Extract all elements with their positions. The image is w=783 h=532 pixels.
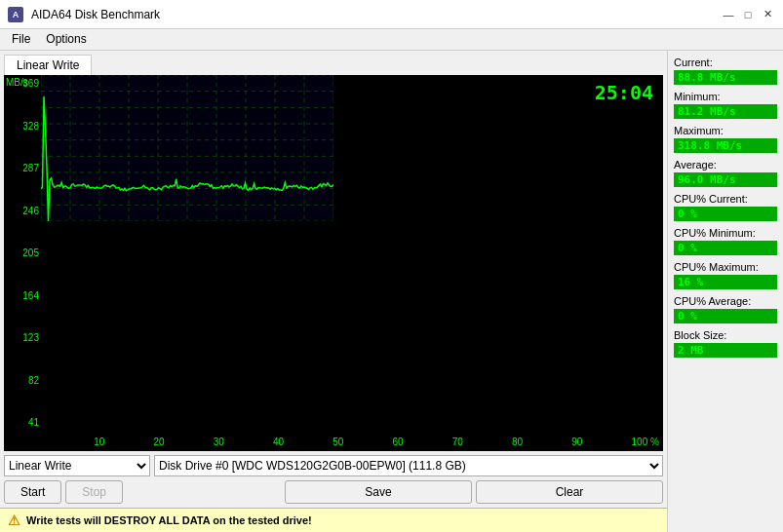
minimize-button[interactable]: —	[721, 7, 736, 22]
main-layout: Linear Write MB/s 369 328 287 246 205 16…	[0, 51, 783, 532]
title-bar: A AIDA64 Disk Benchmark — □ ✕	[0, 0, 783, 29]
y-label-82: 82	[6, 376, 39, 386]
controls-row1: Linear Write Linear Read Random Write Ra…	[4, 455, 663, 476]
y-label-328: 328	[6, 122, 39, 132]
minimum-value: 81.2 MB/s	[674, 104, 777, 119]
menu-options[interactable]: Options	[38, 31, 94, 48]
chart-svg	[41, 75, 333, 221]
stat-cpu-minimum: CPU% Minimum: 0 %	[674, 227, 777, 255]
stop-button[interactable]: Stop	[65, 480, 123, 504]
cpu-average-value: 0 %	[674, 309, 777, 323]
x-label-90: 90	[571, 437, 582, 447]
x-label-30: 30	[214, 437, 224, 447]
menu-file[interactable]: File	[4, 31, 38, 48]
cpu-maximum-label: CPU% Maximum:	[674, 261, 777, 273]
minimum-label: Minimum:	[674, 91, 777, 102]
x-label-10: 10	[94, 437, 104, 447]
x-label-50: 50	[333, 437, 343, 447]
stat-minimum: Minimum: 81.2 MB/s	[674, 91, 777, 119]
x-label-80: 80	[512, 437, 523, 447]
y-label-164: 164	[6, 291, 39, 301]
bottom-controls: Linear Write Linear Read Random Write Ra…	[0, 451, 667, 508]
cpu-average-label: CPU% Average:	[674, 295, 777, 307]
x-label-20: 20	[153, 437, 164, 447]
y-label-123: 123	[6, 333, 39, 343]
window-title: AIDA64 Disk Benchmark	[31, 8, 160, 21]
x-label-60: 60	[392, 437, 403, 447]
menu-bar: File Options	[0, 29, 783, 51]
warning-text: Write tests will DESTROY ALL DATA on the…	[26, 514, 312, 526]
stat-average: Average: 96.0 MB/s	[674, 159, 777, 187]
cpu-minimum-label: CPU% Minimum:	[674, 227, 777, 239]
stat-blocksize: Block Size: 2 MB	[674, 329, 777, 358]
cpu-current-value: 0 %	[674, 207, 777, 221]
maximum-label: Maximum:	[674, 125, 777, 136]
drive-selector[interactable]: Disk Drive #0 [WDC WDS120G2G0B-00EPW0] (…	[154, 455, 663, 476]
stat-cpu-maximum: CPU% Maximum: 16 %	[674, 261, 777, 289]
x-axis: 10 20 30 40 50 60 70 80 90 100 %	[41, 432, 663, 451]
cpu-current-label: CPU% Current:	[674, 193, 777, 205]
average-value: 96.0 MB/s	[674, 172, 777, 187]
start-button[interactable]: Start	[4, 480, 61, 504]
cpu-minimum-value: 0 %	[674, 241, 777, 255]
controls-row2: Start Stop Save Clear	[4, 480, 663, 504]
x-label-40: 40	[273, 437, 284, 447]
maximum-value: 318.8 MB/s	[674, 138, 777, 153]
average-label: Average:	[674, 159, 777, 171]
x-label-100: 100 %	[632, 437, 659, 447]
clear-button[interactable]: Clear	[476, 480, 663, 504]
y-label-205: 205	[6, 248, 39, 258]
y-label-41: 41	[6, 418, 39, 428]
stat-current: Current: 88.8 MB/s	[674, 57, 777, 85]
stat-maximum: Maximum: 318.8 MB/s	[674, 125, 777, 153]
stat-cpu-average: CPU% Average: 0 %	[674, 295, 777, 323]
timer-display: 25:04	[595, 81, 653, 104]
x-label-70: 70	[452, 437, 463, 447]
current-value: 88.8 MB/s	[674, 70, 777, 85]
y-label-287: 287	[6, 164, 39, 173]
left-panel: Linear Write MB/s 369 328 287 246 205 16…	[0, 51, 668, 532]
window-controls: — □ ✕	[721, 7, 775, 22]
warning-icon: ⚠	[8, 513, 20, 528]
app-icon: A	[8, 7, 23, 22]
chart-area: MB/s 369 328 287 246 205 164 123 82 41 2…	[4, 75, 663, 451]
blocksize-value: 2 MB	[674, 343, 777, 358]
save-button[interactable]: Save	[285, 480, 472, 504]
y-label-246: 246	[6, 207, 39, 216]
current-label: Current:	[674, 57, 777, 68]
close-button[interactable]: ✕	[760, 7, 775, 22]
test-selector[interactable]: Linear Write Linear Read Random Write Ra…	[4, 455, 150, 476]
right-panel: Current: 88.8 MB/s Minimum: 81.2 MB/s Ma…	[668, 51, 783, 532]
y-axis: 369 328 287 246 205 164 123 82 41	[4, 75, 41, 432]
maximize-button[interactable]: □	[740, 7, 756, 22]
stat-cpu-current: CPU% Current: 0 %	[674, 193, 777, 221]
cpu-maximum-value: 16 %	[674, 275, 777, 289]
warning-bar: ⚠ Write tests will DESTROY ALL DATA on t…	[0, 508, 667, 532]
tab-linear-write[interactable]: Linear Write	[4, 55, 92, 75]
blocksize-label: Block Size:	[674, 329, 777, 341]
tab-bar: Linear Write	[0, 51, 667, 75]
y-label-369: 369	[6, 79, 39, 89]
